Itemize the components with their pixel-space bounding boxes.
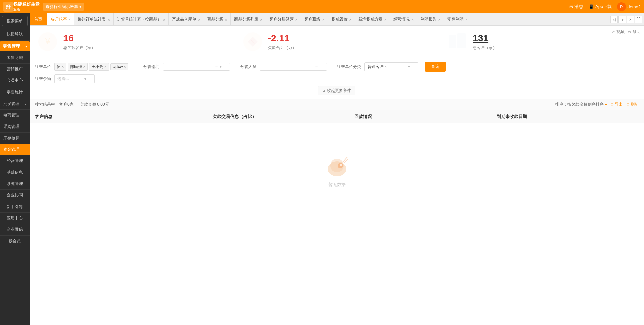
- category-filter-select[interactable]: 普通客户 × ▾: [364, 62, 418, 71]
- category-tag-close[interactable]: ×: [385, 65, 387, 69]
- category-filter-label: 往来单位分类: [337, 64, 361, 70]
- summary-cards: ¥ 16 总欠款客户（家） 欠: [30, 26, 644, 58]
- tab-production-inbound[interactable]: 产成品入库单 ×: [169, 13, 204, 26]
- sidebar-item-wechat[interactable]: 企业微信: [0, 224, 30, 236]
- tab-product-analysis[interactable]: 商品分析 ×: [204, 13, 231, 26]
- tab-fullscreen-btn[interactable]: ⛶: [635, 16, 642, 23]
- sort-chevron-icon[interactable]: ▾: [605, 102, 607, 107]
- tab-profit-report[interactable]: 利润报告 ×: [417, 13, 444, 26]
- dept-filter-label: 分管部门: [143, 64, 160, 70]
- sidebar-item-system[interactable]: 系统管理: [0, 178, 30, 190]
- dept-filter-select[interactable]: ··· ▾: [163, 63, 230, 71]
- balance-filter-label: 往来余额: [35, 76, 51, 82]
- tab-close-purchase[interactable]: ×: [108, 17, 110, 22]
- tab-close-customer-capital[interactable]: ×: [69, 17, 71, 21]
- tab-close-contact[interactable]: ×: [322, 17, 324, 22]
- tab-customer-segment[interactable]: 客户分层经营 ×: [266, 13, 301, 26]
- person-filter-more-btn[interactable]: ···: [315, 64, 318, 69]
- table-header: 客户信息 欠款交易信息（占比） 回款情况 到期未收款日期: [30, 110, 644, 123]
- tab-customer-contact[interactable]: 客户联络 ×: [301, 13, 328, 26]
- refresh-btn[interactable]: ⊙ 刷新: [626, 102, 639, 107]
- balance-filter-select[interactable]: 选择... ▾: [54, 74, 95, 83]
- user-menu[interactable]: D demo2: [617, 2, 641, 11]
- result-text: 搜索结果中，客户0家 欠款金额 0.00元: [35, 102, 109, 107]
- sidebar-item-ops[interactable]: 经营管理: [0, 155, 30, 167]
- svg-rect-5: [457, 33, 466, 48]
- app-title: 畅捷通好生意 标版: [13, 1, 40, 12]
- tab-business-status[interactable]: 经营情况 ×: [390, 13, 417, 26]
- tab-prev-btn[interactable]: ◁: [610, 16, 618, 23]
- username: demo2: [627, 4, 641, 9]
- sidebar-item-wholesale[interactable]: 批发管理 ▸: [0, 98, 30, 110]
- tab-close-product-analysis[interactable]: ×: [225, 17, 227, 22]
- card1-data: 16 总欠款客户（家）: [63, 33, 226, 51]
- collapse-btn[interactable]: ∧ 收起更多条件: [318, 86, 355, 95]
- logo-icon: 好: [3, 2, 13, 12]
- tab-close-production[interactable]: ×: [198, 17, 200, 22]
- sidebar-item-ecommerce[interactable]: 电商管理: [0, 110, 30, 121]
- tab-home[interactable]: 首页: [30, 13, 47, 26]
- unit-tag-wu-close[interactable]: ×: [62, 65, 64, 69]
- svg-rect-4: [449, 35, 456, 48]
- tab-close-raise[interactable]: ×: [349, 17, 351, 22]
- tab-close-incoming[interactable]: ×: [163, 17, 165, 22]
- quick-nav-btn[interactable]: 快捷导航: [0, 29, 30, 40]
- sidebar-item-inventory[interactable]: 库存核算: [0, 133, 30, 144]
- filter-area: 往来单位 伍 × 陈民强 × 王小亮: [30, 58, 644, 99]
- tab-close-business[interactable]: ×: [411, 17, 413, 22]
- unit-tag-wang-close[interactable]: ×: [104, 65, 106, 69]
- sidebar-item-newbie[interactable]: 新手引导: [0, 201, 30, 213]
- tab-purchase-order-stats[interactable]: 采购订单统计表 ×: [74, 13, 113, 26]
- video-btn[interactable]: ⊙ 视频: [612, 29, 624, 35]
- unit-tag-chen-close[interactable]: ×: [83, 65, 85, 69]
- sidebar-item-retail[interactable]: 零售管理 ▾: [0, 41, 30, 51]
- avatar: D: [617, 2, 626, 11]
- app-download-btn[interactable]: 📱 App下载: [589, 4, 612, 10]
- export-btn[interactable]: ⊙ 导出: [610, 102, 623, 107]
- tab-close-new-raise[interactable]: ×: [384, 17, 386, 22]
- unit-tag-cjttcw-close[interactable]: ×: [124, 65, 126, 69]
- summary-card-3: 131 总客户（家） ⊙ 视频 ⊙ 帮助: [439, 26, 644, 58]
- sidebar-item-apps[interactable]: 应用中心: [0, 213, 30, 224]
- sidebar-item-retail-stats[interactable]: 零售统计: [0, 86, 30, 98]
- search-result-bar: 搜索结果中，客户0家 欠款金额 0.00元 排序：按欠款金额倒序排序 ▾ ⊙ 导…: [30, 99, 644, 110]
- query-btn[interactable]: 查询: [425, 62, 446, 72]
- tab-customer-capital[interactable]: 客户账本 ×: [47, 13, 74, 26]
- account-selector[interactable]: 母婴行业演示帐套 ▾: [43, 3, 84, 11]
- tab-close-profit[interactable]: ×: [438, 17, 440, 22]
- tab-close-product-list[interactable]: ×: [260, 17, 262, 22]
- filter-row-1: 往来单位 伍 × 陈民强 × 王小亮: [35, 62, 639, 72]
- chevron-up-icon: ∧: [323, 88, 326, 93]
- sidebar-item-member[interactable]: 畅会员: [0, 236, 30, 247]
- sidebar-item-retail-shop[interactable]: 零售商城: [0, 52, 30, 64]
- tab-close-retail[interactable]: ×: [465, 17, 467, 22]
- tab-retail-profit[interactable]: 零售利润 ×: [444, 13, 471, 26]
- sidebar-item-purchase[interactable]: 采购管理: [0, 121, 30, 133]
- card1-icon: ¥: [38, 32, 58, 52]
- help-btn[interactable]: ⊙ 帮助: [628, 29, 640, 35]
- search-menu-btn[interactable]: 搜索菜单: [2, 16, 28, 26]
- main-content: ¥ 16 总欠款客户（家） 欠: [30, 26, 644, 325]
- tab-close-all-btn[interactable]: ×: [627, 16, 634, 23]
- tab-new-raise-plan[interactable]: 新增提成方案 ×: [355, 13, 390, 26]
- sidebar-item-finance[interactable]: 资金管理: [0, 144, 30, 155]
- sidebar-item-collab[interactable]: 企业协同: [0, 190, 30, 201]
- person-filter-select[interactable]: ···: [260, 63, 327, 71]
- tab-incoming-stats[interactable]: 进货单统计表（按商品） ×: [114, 13, 169, 26]
- phone-icon: 📱: [589, 4, 594, 9]
- tab-close-segment[interactable]: ×: [295, 17, 297, 22]
- top-bar: 好 畅捷通好生意 标版 母婴行业演示帐套 ▾ ✉ 消息 📱 App下载 D de…: [0, 0, 644, 13]
- sidebar-item-basic[interactable]: 基础信息: [0, 167, 30, 178]
- tab-raise-settings[interactable]: 提成设置 ×: [328, 13, 355, 26]
- card2-icon: 欠: [243, 32, 263, 52]
- sidebar-item-marketing[interactable]: 营销推广: [0, 64, 30, 75]
- unit-filter-more[interactable]: ...: [130, 64, 133, 69]
- svg-point-9: [340, 164, 342, 166]
- message-btn[interactable]: ✉ 消息: [569, 4, 583, 10]
- sidebar-item-membership[interactable]: 会员中心: [0, 75, 30, 86]
- unit-tag-cjttcw: cjttcw ×: [110, 63, 128, 70]
- app-label: App下载: [595, 4, 612, 10]
- tab-next-btn[interactable]: ▷: [618, 16, 626, 23]
- dept-filter-more-btn[interactable]: ···: [215, 64, 218, 69]
- tab-product-analysis-list[interactable]: 商品分析列表 ×: [231, 13, 266, 26]
